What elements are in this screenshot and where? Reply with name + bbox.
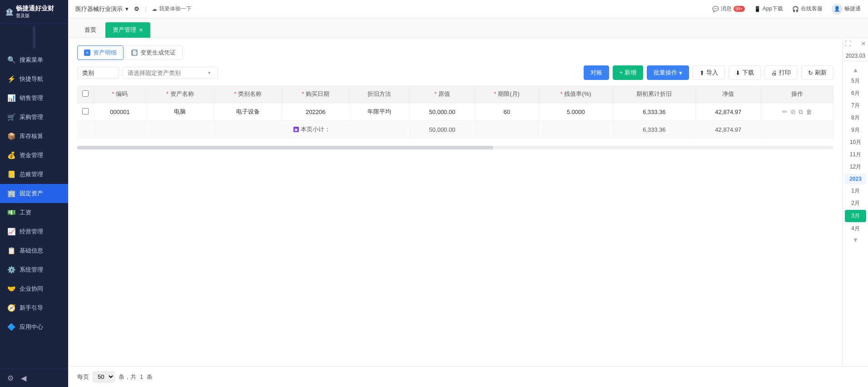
asset-table: * 编码 * 资产名称 * 类别名称 * 购买日 <box>77 85 833 139</box>
sidebar-item-funds[interactable]: 💰 资金管理 <box>0 146 68 165</box>
settings-icon[interactable]: ⚙ <box>7 374 14 382</box>
year-label: 2023 <box>845 174 866 184</box>
sidebar-item-label: 固定资产 <box>20 189 43 198</box>
sub-tab-voucher[interactable]: 📄 变更生成凭证 <box>124 45 183 60</box>
funds-icon: 💰 <box>7 151 16 159</box>
content-main: ≡ 资产明细 📄 变更生成凭证 类别电子设备机械设备运输工具办公设备 ▾ <box>68 38 843 366</box>
guide-icon: 🧭 <box>7 304 16 312</box>
sidebar-item-label: 库存核算 <box>20 132 43 140</box>
per-page-select[interactable]: 50 <box>93 371 115 382</box>
sidebar-bottom: ⚙ ◀ <box>0 369 68 387</box>
panel-expand-button[interactable]: ⛶ <box>845 40 851 47</box>
online-service-button[interactable]: 🎧 在线客服 <box>792 5 823 13</box>
print-button[interactable]: 🖨 打印 <box>764 65 798 80</box>
filter-row: 类别电子设备机械设备运输工具办公设备 ▾ <box>77 67 211 79</box>
right-panel: ✕ ⛶ 2023.03 ▲ 5月 6月 7月 8月 9月 10月 11月 12月… <box>843 38 868 366</box>
sidebar-item-inventory[interactable]: 📦 库存核算 <box>0 127 68 146</box>
download-icon: ⬇ <box>735 69 740 76</box>
sidebar-item-guide[interactable]: 🧭 新手引导 <box>0 298 68 318</box>
topbar-right: 💬 消息 99+ 📱 App下载 🎧 在线客服 👤 畅捷通 <box>712 4 861 15</box>
sidebar-item-sales[interactable]: 📊 销售管理 <box>0 89 68 108</box>
table-header-code: * 编码 <box>94 85 146 103</box>
subtotal-label-cell: ▣ 本页小计： <box>214 121 410 139</box>
edit-icon[interactable]: ✏ <box>782 108 788 115</box>
subtotal-icon: ▣ <box>293 127 299 132</box>
refresh-button[interactable]: ↻ 刷新 <box>801 65 833 80</box>
sidebar-item-app-center[interactable]: 🔷 应用中心 <box>0 318 68 337</box>
duizhang-button[interactable]: 对账 <box>584 65 609 80</box>
collapse-icon[interactable]: ◀ <box>21 374 26 382</box>
import-icon: ⬆ <box>699 69 704 76</box>
app-download-button[interactable]: 📱 App下载 <box>754 5 783 13</box>
tab-close-icon[interactable]: ✕ <box>139 27 143 33</box>
month-4[interactable]: 4月 <box>843 223 868 235</box>
month-7[interactable]: 7月 <box>843 99 868 112</box>
row-residual-rate: 5.0000 <box>539 103 613 121</box>
experience-button[interactable]: ☁ 我要体验一下 <box>152 5 192 13</box>
sidebar-item-payroll[interactable]: 💵 工资 <box>0 203 68 222</box>
batch-ops-button[interactable]: 批量操作 ▾ <box>647 65 689 80</box>
category-input[interactable] <box>123 67 218 79</box>
subtotal-initial-depreciation: 6,333.36 <box>613 121 695 139</box>
sidebar-item-label: 快捷导航 <box>20 75 43 83</box>
app-center-icon: 🔷 <box>7 323 16 331</box>
month-11[interactable]: 11月 <box>843 149 868 161</box>
import-button[interactable]: ⬆ 导入 <box>693 65 725 80</box>
row-depreciation-method: 年限平均 <box>349 103 409 121</box>
month-10[interactable]: 10月 <box>843 136 868 149</box>
month-2[interactable]: 2月 <box>843 197 868 209</box>
month-5[interactable]: 5月 <box>843 75 868 87</box>
messages-button[interactable]: 💬 消息 99+ <box>712 5 745 13</box>
sub-tab-asset-detail[interactable]: ≡ 资产明细 <box>77 45 124 60</box>
user-profile[interactable]: 👤 畅捷通 <box>832 4 861 15</box>
select-all-checkbox[interactable] <box>82 90 89 97</box>
filter-dropdown-icon[interactable]: ▾ <box>208 70 211 76</box>
tab-asset-management[interactable]: 资产管理 ✕ <box>105 22 150 38</box>
category-select[interactable]: 类别电子设备机械设备运输工具办公设备 <box>77 67 119 79</box>
table-header-original-value: * 原值 <box>410 85 475 103</box>
download-button[interactable]: ⬇ 下载 <box>729 65 761 80</box>
delete-icon[interactable]: 🗑 <box>806 108 812 115</box>
panel-nav-down[interactable]: ▼ <box>843 235 868 245</box>
sidebar-item-operations[interactable]: 📈 经营管理 <box>0 222 68 241</box>
sidebar-item-collab[interactable]: 🤝 企业协同 <box>0 279 68 298</box>
messages-icon: 💬 <box>712 6 719 12</box>
tab-asset-label: 资产管理 <box>113 26 136 34</box>
sidebar-item-search[interactable]: 🔍 搜索菜单 <box>0 50 68 69</box>
disable-icon[interactable]: ⊘ <box>790 108 796 115</box>
panel-nav-up[interactable]: ▲ <box>843 65 868 75</box>
sidebar-item-fixed-assets[interactable]: 🏢 固定资产 <box>0 184 68 203</box>
sidebar-item-system[interactable]: ⚙️ 系统管理 <box>0 260 68 279</box>
company-selector[interactable]: 医疗器械行业演示 ▾ <box>75 5 129 13</box>
online-service-label: 在线客服 <box>801 5 823 13</box>
fixed-assets-icon: 🏢 <box>7 189 16 198</box>
row-initial-depreciation: 6,333.36 <box>613 103 695 121</box>
refresh-icon: ↻ <box>808 69 813 76</box>
row-period: 60 <box>475 103 539 121</box>
sidebar-item-purchase[interactable]: 🛒 采购管理 <box>0 108 68 127</box>
sidebar-item-label: 总账管理 <box>20 170 43 179</box>
subtotal-original-value: 50,000.00 <box>410 121 475 139</box>
month-12[interactable]: 12月 <box>843 161 868 173</box>
app-download-label: App下载 <box>763 5 783 13</box>
topbar-settings-icon[interactable]: ⚙ <box>134 5 139 12</box>
sidebar-item-ledger[interactable]: 📒 总账管理 <box>0 165 68 184</box>
month-1[interactable]: 1月 <box>843 185 868 197</box>
add-button[interactable]: + 新增 <box>613 65 643 80</box>
tab-home-label: 首页 <box>84 26 96 33</box>
tab-home[interactable]: 首页 <box>77 22 104 38</box>
month-6[interactable]: 6月 <box>843 87 868 99</box>
row-name: 电脑 <box>146 103 214 121</box>
month-9[interactable]: 9月 <box>843 124 868 136</box>
row-checkbox[interactable] <box>82 108 89 114</box>
table-header-initial-depreciation: 期初累计折旧 <box>613 85 695 103</box>
copy-icon[interactable]: ⧉ <box>799 108 803 116</box>
refresh-label: 刷新 <box>815 69 827 77</box>
sidebar-item-basic-info[interactable]: 📋 基础信息 <box>0 241 68 260</box>
subtotal-empty-2 <box>94 121 146 139</box>
month-3-current[interactable]: 3月 <box>845 210 866 222</box>
panel-close-button[interactable]: ✕ <box>861 40 866 47</box>
sidebar-item-quicknav[interactable]: ⚡ 快捷导航 <box>0 69 68 89</box>
per-page-label: 每页 <box>77 373 89 381</box>
month-8[interactable]: 8月 <box>843 112 868 124</box>
